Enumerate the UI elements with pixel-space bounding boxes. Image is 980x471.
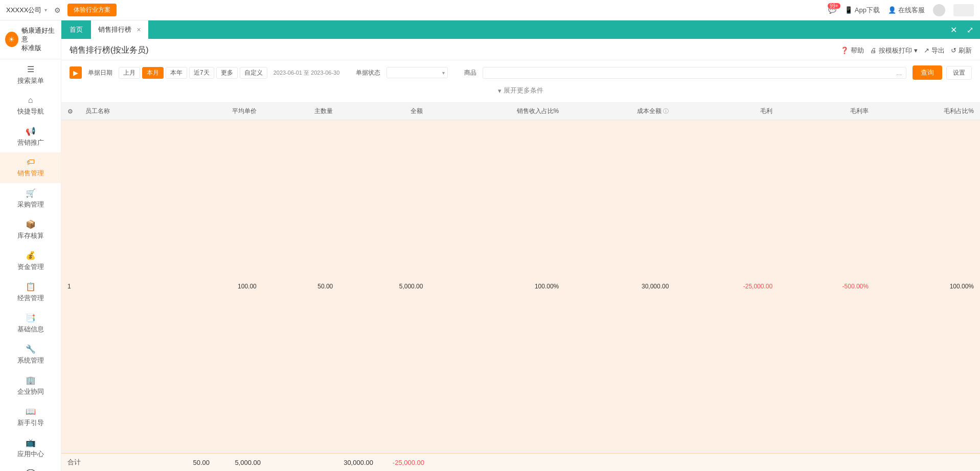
company-selector[interactable]: XXXXX公司 ▾ — [6, 6, 47, 15]
cell-cost-amount: 30,000.00 — [565, 120, 675, 453]
query-button[interactable]: 查询 — [913, 65, 942, 80]
sidebar-item-sales[interactable]: 🏷 销售管理 — [0, 152, 61, 183]
tab-close-icon[interactable]: ✕ — [136, 27, 141, 33]
footer-cell-cost: 30,000.00 — [328, 459, 379, 466]
date-buttons: 上月 本月 本年 近7天 更多 自定义 — [119, 67, 267, 79]
date-btn-last-month[interactable]: 上月 — [119, 67, 140, 79]
page-header: 销售排行榜(按业务员) ❓ 帮助 🖨 按模板打印 ▾ ↗ 导出 — [61, 39, 980, 60]
message-item[interactable]: 💬 99+ — [828, 6, 836, 14]
sidebar-item-wechat[interactable]: 💬 企业微信 — [0, 464, 61, 471]
date-btn-more[interactable]: 更多 — [216, 67, 238, 79]
settings-button[interactable]: 设置 — [946, 66, 972, 80]
settings-icon[interactable]: ⚙ — [51, 4, 63, 16]
footer-cells: 50.00 5,000.00 30,000.00 -25,000.00 — [134, 459, 974, 466]
app-center-icon: 📺 — [26, 438, 36, 447]
basic-info-icon: 📑 — [26, 313, 36, 323]
operations-icon: 📋 — [26, 282, 36, 291]
date-btn-custom[interactable]: 自定义 — [240, 67, 267, 79]
status-select-wrapper — [386, 67, 448, 78]
th-qty: 主数量 — [263, 103, 339, 120]
content-area: 首页 销售排行榜 ✕ ✕ ⤢ 销售排行榜(按业务员) ❓ 帮助 — [61, 20, 980, 471]
date-btn-current-month[interactable]: 本月 — [142, 67, 164, 79]
app-download-item[interactable]: 📱 App下载 — [845, 6, 880, 15]
expand-chevron-icon: ▾ — [498, 87, 502, 95]
print-icon: 🖨 — [870, 47, 877, 54]
sidebar-item-marketing[interactable]: 📢 营销推广 — [0, 121, 61, 152]
tab-bar-actions: ✕ ⤢ — [947, 24, 980, 36]
trial-button[interactable]: 体验行业方案 — [67, 4, 117, 16]
message-badge: 99+ — [828, 3, 840, 9]
filter-toggle-button[interactable]: ▶ — [70, 66, 82, 79]
help-button[interactable]: ❓ 帮助 — [840, 46, 864, 55]
app-download-label: App下载 — [855, 6, 880, 15]
status-select[interactable] — [386, 67, 448, 78]
logo-icon: ☀ — [5, 32, 18, 47]
date-btn-current-year[interactable]: 本年 — [166, 67, 187, 79]
goods-input-wrapper[interactable]: ... — [483, 67, 906, 79]
search-menu-icon: ☰ — [27, 64, 34, 74]
sidebar-item-enterprise[interactable]: 🏢 企业协同 — [0, 370, 61, 401]
sidebar-item-app-center[interactable]: 📺 应用中心 — [0, 433, 61, 464]
sidebar-item-guide[interactable]: 📖 新手引导 — [0, 401, 61, 433]
user-name-placeholder — [953, 4, 974, 16]
filter-bar: ▶ 单据日期 上月 本月 本年 近7天 更多 自定义 2023-06-01 至 … — [61, 60, 980, 103]
guide-icon: 📖 — [26, 407, 36, 416]
sidebar-item-inventory[interactable]: 📦 库存核算 — [0, 214, 61, 245]
inventory-icon: 📦 — [26, 219, 36, 229]
expand-row: ▾ 展开更多条件 — [70, 84, 972, 97]
filter-row-1: ▶ 单据日期 上月 本月 本年 近7天 更多 自定义 2023-06-01 至 … — [70, 65, 972, 80]
template-print-button[interactable]: 🖨 按模板打印 ▾ — [870, 46, 918, 55]
sidebar-item-basic-info[interactable]: 📑 基础信息 — [0, 308, 61, 339]
top-header: XXXXX公司 ▾ ⚙ 体验行业方案 💬 99+ 📱 App下载 👤 在线客服 — [0, 0, 980, 20]
refresh-button[interactable]: ↺ 刷新 — [951, 46, 972, 55]
footer-cell-spacer — [267, 459, 328, 466]
main-layout: ☀ 畅康通好生意 标准版 ☰ 搜索菜单 ⌂ 快捷导航 📢 营销推广 🏷 销售管理… — [0, 20, 980, 471]
sidebar-item-operations[interactable]: 📋 经营管理 — [0, 277, 61, 308]
cell-name — [79, 120, 171, 453]
th-profit-pct: 毛利占比% — [875, 103, 980, 120]
page-content: 销售排行榜(按业务员) ❓ 帮助 🖨 按模板打印 ▾ ↗ 导出 — [61, 39, 980, 471]
finance-icon: 💰 — [26, 251, 36, 260]
cell-profit-rate: -500.00% — [779, 120, 875, 453]
sidebar-item-purchase[interactable]: 🛒 采购管理 — [0, 183, 61, 214]
sidebar-item-system[interactable]: 🔧 系统管理 — [0, 339, 61, 370]
sidebar-item-quick-nav[interactable]: ⌂ 快捷导航 — [0, 91, 61, 121]
export-icon: ↗ — [924, 47, 929, 54]
refresh-icon: ↺ — [951, 47, 956, 54]
date-btn-7days[interactable]: 近7天 — [189, 67, 214, 79]
sidebar-item-finance[interactable]: 💰 资金管理 — [0, 245, 61, 277]
expand-button[interactable]: ▾ 展开更多条件 — [498, 86, 543, 95]
avatar[interactable] — [933, 4, 945, 16]
th-amount: 全额 — [339, 103, 429, 120]
th-profit: 毛利 — [675, 103, 779, 120]
table-row: 1 100.00 50.00 5,000.00 100.00% 30,000.0… — [61, 120, 980, 453]
cell-profit: -25,000.00 — [675, 120, 779, 453]
tab-sales-ranking[interactable]: 销售排行榜 ✕ — [91, 20, 148, 39]
table-footer: 合计 50.00 5,000.00 30,000.00 -25,000.00 — [61, 453, 980, 471]
online-service-item[interactable]: 👤 在线客服 — [888, 6, 925, 15]
page-title: 销售排行榜(按业务员) — [70, 45, 149, 56]
service-icon: 👤 — [888, 6, 896, 14]
sidebar-logo: ☀ 畅康通好生意 标准版 — [0, 20, 61, 59]
footer-cell-profit: -25,000.00 — [379, 459, 430, 466]
filter-right: 查询 设置 — [913, 65, 972, 80]
tab-bar: 首页 销售排行榜 ✕ ✕ ⤢ — [61, 20, 980, 39]
window-restore-icon[interactable]: ⤢ — [964, 24, 976, 36]
sidebar: ☀ 畅康通好生意 标准版 ☰ 搜索菜单 ⌂ 快捷导航 📢 营销推广 🏷 销售管理… — [0, 20, 61, 471]
cell-profit-pct: 100.00% — [875, 120, 980, 453]
table-section: ⚙ 员工名称 平均单价 主数量 全额 销售收入占比% 成本全额 ⓘ 毛利 毛利率… — [61, 103, 980, 453]
th-cost-amount: 成本全额 ⓘ — [565, 103, 675, 120]
window-close-icon[interactable]: ✕ — [947, 24, 960, 36]
export-button[interactable]: ↗ 导出 — [924, 46, 945, 55]
goods-label: 商品 — [464, 69, 476, 77]
status-label: 单据状态 — [356, 69, 380, 77]
table-header-row: ⚙ 员工名称 平均单价 主数量 全额 销售收入占比% 成本全额 ⓘ 毛利 毛利率… — [61, 103, 980, 120]
tab-home[interactable]: 首页 — [61, 20, 91, 39]
sidebar-item-search[interactable]: ☰ 搜索菜单 — [0, 59, 61, 91]
cell-sales-pct: 100.00% — [429, 120, 565, 453]
sales-icon: 🏷 — [27, 158, 35, 167]
wechat-icon: 💬 — [26, 469, 36, 471]
cell-qty: 50.00 — [263, 120, 339, 453]
th-sales-pct: 销售收入占比% — [429, 103, 565, 120]
th-settings[interactable]: ⚙ — [61, 103, 79, 120]
